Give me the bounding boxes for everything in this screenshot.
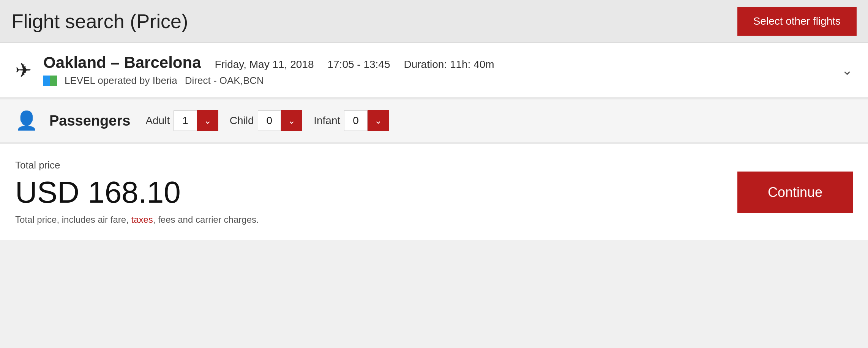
flight-route-row: Oakland – Barcelona Friday, May 11, 2018… (43, 54, 853, 72)
flight-expand-chevron[interactable]: ⌄ (841, 62, 853, 78)
adult-label: Adult (145, 115, 170, 127)
total-price-label: Total price (15, 159, 722, 171)
passenger-icon: 👤 (15, 110, 38, 131)
airline-logo (43, 76, 57, 86)
airline-name: LEVEL operated by Iberia (65, 75, 177, 87)
page-title: Flight search (Price) (11, 10, 188, 33)
child-count: 0 (258, 110, 281, 131)
flight-date: Friday, May 11, 2018 (215, 58, 314, 71)
child-label: Child (230, 115, 254, 127)
page-header: Flight search (Price) Select other fligh… (0, 0, 868, 43)
child-passenger-group: Child 0 ⌄ (230, 110, 302, 131)
price-note-after: , fees and carrier charges. (153, 214, 259, 225)
total-price-amount: USD 168.10 (15, 175, 722, 210)
price-section: Total price USD 168.10 Total price, incl… (0, 144, 868, 240)
flight-sub-row: LEVEL operated by Iberia Direct - OAK,BC… (43, 75, 853, 87)
adult-dropdown-button[interactable]: ⌄ (197, 110, 218, 131)
flight-details: Oakland – Barcelona Friday, May 11, 2018… (43, 54, 853, 87)
adult-count: 1 (174, 110, 197, 131)
flight-route: Oakland – Barcelona (43, 54, 201, 72)
plane-icon: ✈ (15, 59, 32, 82)
infant-label: Infant (314, 115, 340, 127)
continue-button[interactable]: Continue (737, 172, 853, 213)
infant-dropdown-button[interactable]: ⌄ (368, 110, 389, 131)
infant-passenger-group: Infant 0 ⌄ (314, 110, 389, 131)
flight-time: 17:05 - 13:45 (327, 58, 390, 71)
child-dropdown-button[interactable]: ⌄ (281, 110, 302, 131)
taxes-link[interactable]: taxes (131, 214, 153, 225)
price-info: Total price USD 168.10 Total price, incl… (15, 159, 722, 225)
price-note: Total price, includes air fare, taxes, f… (15, 214, 722, 225)
flight-route-code: Direct - OAK,BCN (185, 75, 264, 87)
price-note-before: Total price, includes air fare, (15, 214, 131, 225)
passengers-label: Passengers (49, 113, 130, 129)
adult-passenger-group: Adult 1 ⌄ (145, 110, 218, 131)
infant-count: 0 (344, 110, 368, 131)
flight-duration: Duration: 11h: 40m (404, 58, 494, 71)
select-other-flights-button[interactable]: Select other flights (737, 7, 857, 36)
flight-info-section: ✈ Oakland – Barcelona Friday, May 11, 20… (0, 43, 868, 99)
passengers-section: 👤 Passengers Adult 1 ⌄ Child 0 ⌄ Infant … (0, 99, 868, 144)
